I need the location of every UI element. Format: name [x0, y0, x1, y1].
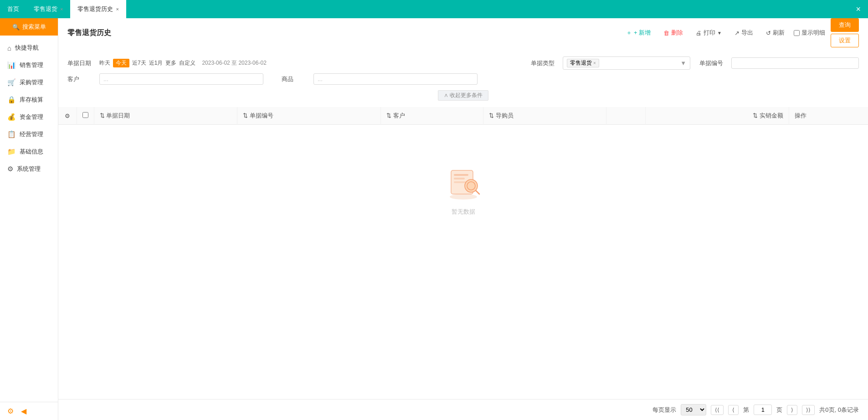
th-spacer [606, 107, 646, 125]
shortcut-yesterday[interactable]: 昨天 [99, 59, 110, 67]
doc-type-select[interactable]: 零售退货 × ▼ [563, 56, 690, 70]
empty-state: 暂无数据 [58, 125, 868, 234]
shortcut-today[interactable]: 今天 [113, 59, 129, 67]
th-doc-no[interactable]: ⇅ 单据编号 [237, 107, 381, 125]
first-page-button[interactable]: ⟨⟨ [711, 405, 724, 415]
doc-type-tag-close[interactable]: × [593, 61, 596, 66]
per-page-select[interactable]: 50 100 200 [681, 404, 706, 415]
th-checkbox[interactable] [77, 107, 94, 125]
next-page-button[interactable]: ⟩ [787, 405, 797, 415]
page-unit: 页 [776, 406, 782, 414]
doc-type-chevron-icon: ▼ [680, 60, 686, 67]
total-label: 共0页, 0条记录 [819, 406, 859, 414]
shortcut-more[interactable]: 更多 [165, 59, 176, 67]
empty-state-icon [443, 161, 484, 202]
sidebar-bottom: ⚙ ◀ [0, 402, 58, 420]
search-icon: 🔍 [12, 24, 20, 31]
customer-select[interactable]: ... [99, 73, 263, 85]
content-area: 零售退货历史 ＋ + 新增 🗑 删除 🖨 打印 ▼ [58, 18, 868, 420]
export-label: 导出 [741, 29, 753, 37]
sidebar-item-inventory[interactable]: 🔒 库存核算 [0, 91, 58, 108]
show-detail-checkbox[interactable]: 显示明细 [794, 29, 825, 37]
window-close-button[interactable]: × [848, 5, 868, 14]
th-guide-label: ⇅ 导购员 [489, 112, 514, 119]
collapse-filter-button[interactable]: ∧ 收起更多条件 [438, 90, 488, 101]
prev-page-button[interactable]: ⟨ [728, 405, 739, 415]
th-doc-date-label: ⇅ 单据日期 [100, 112, 130, 119]
per-page-label: 每页显示 [652, 406, 676, 414]
select-all-checkbox[interactable] [82, 112, 88, 118]
th-customer[interactable]: ⇅ 客户 [380, 107, 483, 125]
sidebar-item-operations-mgmt[interactable]: 📋 经营管理 [0, 126, 58, 143]
sidebar-item-basic-info[interactable]: 📁 基础信息 [0, 143, 58, 160]
new-label: + 新增 [634, 29, 651, 37]
settings-button[interactable]: 设置 [831, 34, 859, 47]
th-amount[interactable]: ⇅ 实销金额 [646, 107, 789, 125]
delete-button[interactable]: 🗑 删除 [660, 27, 687, 39]
tab-retail-return-history[interactable]: 零售退货历史 × [70, 0, 126, 18]
sidebar-item-system-mgmt-label: 系统管理 [17, 165, 41, 173]
sidebar-item-finance-mgmt-label: 资金管理 [20, 113, 43, 121]
show-detail-label: 显示明细 [801, 29, 825, 37]
sidebar-item-operations-mgmt-label: 经营管理 [20, 130, 43, 138]
column-settings-icon[interactable]: ⚙ [65, 113, 70, 119]
sidebar-menu: ⌂ 快捷导航 📊 销售管理 🛒 采购管理 🔒 库存核算 💰 资金管理 📋 [0, 36, 58, 402]
table-header-row: ⚙ ⇅ 单据日期 ⇅ 单据编号 ⇅ 客户 [58, 107, 868, 125]
tab-home-label: 首页 [7, 5, 19, 13]
export-button[interactable]: ↗ 导出 [731, 27, 757, 39]
last-page-button[interactable]: ⟩⟩ [802, 405, 815, 415]
sidebar-item-quick-nav[interactable]: ⌂ 快捷导航 [0, 39, 58, 56]
new-button[interactable]: ＋ + 新增 [622, 27, 654, 39]
goods-select[interactable]: ... [313, 73, 478, 85]
tab-retail-return[interactable]: 零售退货 × [26, 0, 70, 18]
th-guide[interactable]: ⇅ 导购员 [483, 107, 606, 125]
sidebar-search[interactable]: 🔍 搜索菜单 [0, 18, 58, 36]
doc-type-tag: 零售退货 × [567, 59, 599, 67]
sidebar-item-system-mgmt[interactable]: ⚙ 系统管理 [0, 160, 58, 178]
shortcut-1month[interactable]: 近1月 [149, 59, 163, 67]
sidebar-search-label: 搜索菜单 [22, 23, 46, 31]
refresh-button[interactable]: ↺ 刷新 [762, 27, 788, 39]
tab-list: 首页 零售退货 × 零售退货历史 × [0, 0, 848, 18]
tab-home[interactable]: 首页 [0, 0, 26, 18]
sidebar-item-finance-mgmt[interactable]: 💰 资金管理 [0, 108, 58, 126]
doc-type-tag-label: 零售退货 [570, 59, 592, 67]
operations-icon: 📋 [7, 130, 16, 138]
date-filter-label: 单据日期 [67, 59, 99, 67]
date-range-display: 2023-06-02 至 2023-06-02 [202, 59, 266, 67]
sidebar-item-purchase-mgmt-label: 采购管理 [20, 78, 43, 87]
print-label: 打印 [704, 29, 715, 37]
settings-icon[interactable]: ⚙ [7, 407, 14, 415]
delete-label: 删除 [671, 29, 683, 37]
data-table: ⚙ ⇅ 单据日期 ⇅ 单据编号 ⇅ 客户 [58, 107, 868, 234]
goods-placeholder: ... [318, 76, 323, 82]
system-icon: ⚙ [7, 165, 13, 173]
doc-no-input[interactable] [731, 57, 859, 69]
pagination-bar: 每页显示 50 100 200 ⟨⟨ ⟨ 第 页 ⟩ ⟩⟩ 共0页, 0条记录 [58, 399, 868, 420]
show-detail-input[interactable] [794, 30, 800, 36]
shortcut-custom[interactable]: 自定义 [179, 59, 195, 67]
print-button[interactable]: 🖨 打印 ▼ [692, 27, 725, 39]
refresh-icon: ↺ [766, 30, 771, 36]
sales-icon: 📊 [7, 61, 16, 69]
finance-icon: 💰 [7, 113, 16, 121]
table-body: 暂无数据 [58, 125, 868, 235]
sidebar-item-purchase-mgmt[interactable]: 🛒 采购管理 [0, 74, 58, 91]
collapse-sidebar-icon[interactable]: ◀ [21, 407, 26, 415]
sidebar-item-basic-info-label: 基础信息 [20, 148, 43, 156]
th-settings[interactable]: ⚙ [58, 107, 77, 125]
empty-state-row: 暂无数据 [58, 125, 868, 235]
tab-retail-return-history-close[interactable]: × [116, 6, 118, 12]
th-doc-date[interactable]: ⇅ 单据日期 [94, 107, 237, 125]
shortcut-7days[interactable]: 近7天 [132, 59, 146, 67]
filter-section: 零售退货历史 ＋ + 新增 🗑 删除 🖨 打印 ▼ [58, 18, 868, 107]
query-button[interactable]: 查询 [831, 18, 859, 32]
sidebar-item-sales-mgmt[interactable]: 📊 销售管理 [0, 56, 58, 74]
page-label: 第 [743, 406, 749, 414]
tab-retail-return-close[interactable]: × [60, 6, 63, 12]
page-number-input[interactable] [754, 405, 772, 415]
doc-no-filter-label: 单据编号 [699, 59, 731, 67]
filter-row-date: 单据日期 昨天 今天 近7天 近1月 更多 自定义 2023-06-02 至 2… [67, 56, 859, 70]
customer-filter-label: 客户 [67, 75, 99, 83]
svg-line-7 [476, 190, 479, 194]
